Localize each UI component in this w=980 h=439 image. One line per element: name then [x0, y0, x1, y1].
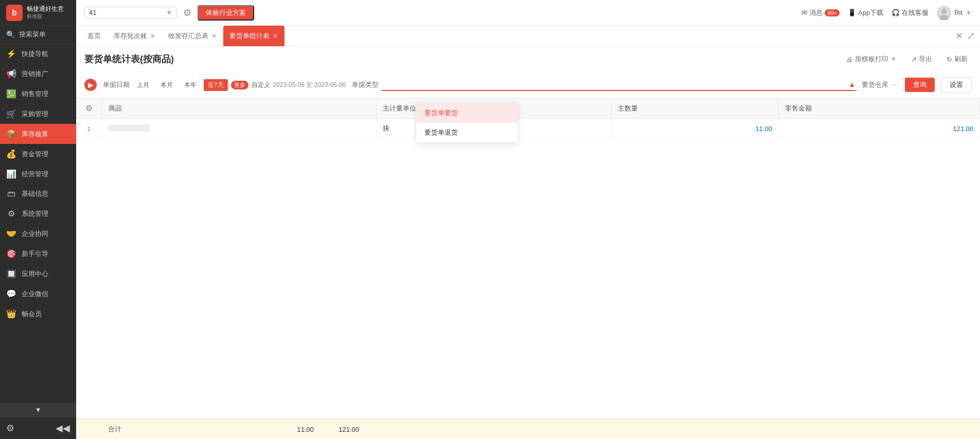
sidebar-item-purchase[interactable]: 🛒 采购管理: [0, 104, 76, 124]
search-icon: 🔍: [6, 30, 15, 39]
nav-label-marketing: 营销推广: [22, 69, 70, 79]
settings-icon[interactable]: ⚙: [6, 423, 14, 434]
export-icon: ↗: [911, 56, 917, 63]
sidebar-item-system[interactable]: ⚙ 系统管理: [0, 204, 76, 224]
close-window-icon[interactable]: ✕: [955, 30, 963, 42]
promo-button[interactable]: 体验行业方案: [198, 5, 254, 21]
tab-inventory-batch[interactable]: 库存批次账 ✕: [108, 26, 162, 46]
sales-icon: 💹: [6, 89, 16, 99]
table-container: ⚙ 商品 主计量单位 主数量 零售金额 1 块 11.00 121.00: [76, 98, 980, 419]
messages-count: 99+: [825, 9, 840, 16]
tabs-bar: 首页 库存批次账 ✕ 收发存汇总表 ✕ 要货单统计表 ✕ ✕ ⤢: [76, 26, 980, 46]
sidebar-item-appstore[interactable]: 🔲 应用中心: [0, 264, 76, 284]
quick-nav-icon: ⚡: [6, 49, 16, 59]
cooperation-icon: 🤝: [6, 229, 16, 239]
appstore-icon: 🔲: [6, 269, 16, 279]
tab-home[interactable]: 首页: [81, 26, 108, 46]
dropdown-option-order-return[interactable]: 要货单退货: [416, 123, 518, 142]
sidebar-item-finance[interactable]: 💰 资金管理: [0, 144, 76, 164]
more-dates-button[interactable]: 更多: [231, 81, 248, 89]
service-icon: 🎧: [892, 9, 900, 16]
sidebar-item-basic[interactable]: 🗃 基础信息: [0, 184, 76, 204]
cell-quantity: 11.00: [611, 119, 778, 139]
tab-receipt-summary[interactable]: 收发存汇总表 ✕: [162, 26, 223, 46]
tab-order-stats[interactable]: 要货单统计表 ✕: [223, 26, 284, 46]
sidebar: b 畅捷通好生意 标准版 🔍 搜索菜单 ⚡ 快捷导航 📢 营销推广 💹 销售管理…: [0, 0, 76, 439]
col-settings[interactable]: ⚙: [76, 98, 102, 119]
inventory-icon: 📦: [6, 129, 16, 139]
main-area: 41 ▼ ⚙ 体验行业方案 ✉ 消息 99+ 📱 App下载 🎧 在线客服: [76, 0, 980, 439]
date-last-7-days[interactable]: 近7天: [204, 79, 228, 91]
user-name: Rit: [954, 9, 963, 16]
sidebar-item-member[interactable]: 👑 畅会员: [0, 304, 76, 324]
filter-settings-button[interactable]: 设置: [941, 77, 972, 93]
tab-inventory-batch-close[interactable]: ✕: [150, 32, 155, 40]
warehouse-more-icon[interactable]: ⋯: [892, 81, 899, 89]
nav-label-inventory: 库存核算: [22, 130, 70, 139]
nav-label-cooperation: 企业协同: [22, 229, 70, 239]
page-actions: 🖨 按模板打印 ▼ ↗ 导出 ↻ 刷新: [842, 52, 972, 72]
nav-label-guide: 新手引导: [22, 249, 70, 259]
system-icon: ⚙: [6, 209, 16, 218]
sidebar-scroll-down[interactable]: ▼: [0, 403, 76, 417]
data-table: ⚙ 商品 主计量单位 主数量 零售金额 1 块 11.00 121.00: [76, 98, 980, 139]
footer-quantity: 11.00: [283, 426, 324, 433]
app-name: 畅捷通好生意: [27, 5, 64, 13]
messages-button[interactable]: ✉ 消息 99+: [801, 8, 840, 17]
query-button[interactable]: 查询: [905, 78, 935, 92]
col-product: 商品: [102, 98, 376, 119]
type-dropdown-arrow[interactable]: ▲: [848, 80, 856, 88]
custom-date-button[interactable]: 自定义: [252, 81, 270, 89]
nav-label-operations: 经营管理: [22, 170, 70, 179]
type-filter-input[interactable]: [382, 79, 846, 90]
nav-label-quick-nav: 快捷导航: [22, 49, 70, 59]
footer-amount: 121.00: [324, 426, 365, 433]
header-right: ✉ 消息 99+ 📱 App下载 🎧 在线客服: [801, 6, 972, 20]
sidebar-item-wechat[interactable]: 💬 企业微信: [0, 284, 76, 304]
search-menu[interactable]: 🔍 搜索菜单: [0, 26, 76, 44]
export-button[interactable]: ↗ 导出: [907, 52, 936, 66]
header-left: 41 ▼ ⚙ 体验行业方案: [84, 5, 254, 21]
col-settings-icon[interactable]: ⚙: [85, 104, 93, 113]
nav-label-purchase: 采购管理: [22, 109, 70, 119]
tab-order-stats-close[interactable]: ✕: [273, 32, 278, 40]
type-dropdown: 要货单要货 要货单退货: [416, 103, 519, 143]
tab-receipt-summary-close[interactable]: ✕: [211, 32, 217, 40]
search-label: 搜索菜单: [19, 30, 46, 39]
sidebar-item-quick-nav[interactable]: ⚡ 快捷导航: [0, 44, 76, 64]
download-icon: 📱: [848, 9, 856, 16]
date-this-year[interactable]: 本年: [180, 79, 201, 91]
settings-gear-icon[interactable]: ⚙: [183, 7, 191, 19]
date-this-month[interactable]: 本月: [156, 79, 177, 91]
collapse-icon[interactable]: ◀◀: [56, 423, 70, 434]
svg-point-1: [941, 9, 947, 14]
user-area[interactable]: Rit ▼: [937, 6, 972, 20]
sidebar-item-inventory[interactable]: 📦 库存核算: [0, 124, 76, 144]
filter-bar: ▶ 单据日期 上月 本月 本年 近7天 更多 自定义 2023-05-06 至 …: [76, 72, 980, 98]
date-last-month[interactable]: 上月: [133, 79, 153, 91]
filter-expand-button[interactable]: ▶: [84, 79, 97, 91]
expand-icon[interactable]: ⤢: [967, 30, 975, 42]
sidebar-bottom: ⚙ ◀◀: [0, 417, 76, 439]
breadcrumb-input[interactable]: 41 ▼: [84, 7, 177, 19]
message-icon: ✉: [801, 9, 807, 16]
date-filter-group: 单据日期 上月 本月 本年 近7天 更多 自定义 2023-05-06 至 20…: [103, 79, 346, 91]
online-service-button[interactable]: 🎧 在线客服: [892, 8, 929, 17]
sidebar-item-sales[interactable]: 💹 销售管理: [0, 84, 76, 104]
app-sub: 标准版: [27, 13, 64, 20]
print-template-button[interactable]: 🖨 按模板打印 ▼: [842, 52, 901, 66]
breadcrumb-value: 41: [89, 9, 96, 16]
online-service-label: 在线客服: [902, 8, 929, 17]
breadcrumb-arrow: ▼: [166, 9, 172, 16]
operations-icon: 📊: [6, 169, 16, 179]
app-download-button[interactable]: 📱 App下载: [848, 8, 883, 17]
sidebar-item-guide[interactable]: 🎯 新手引导: [0, 244, 76, 264]
warehouse-filter-label: 要货仓库: [862, 80, 888, 89]
refresh-button[interactable]: ↻ 刷新: [942, 52, 972, 66]
sidebar-item-operations[interactable]: 📊 经营管理: [0, 164, 76, 184]
page-content: 要货单统计表(按商品) 🖨 按模板打印 ▼ ↗ 导出 ↻ 刷新 ▶: [76, 46, 980, 439]
sidebar-item-cooperation[interactable]: 🤝 企业协同: [0, 224, 76, 244]
sidebar-item-marketing[interactable]: 📢 营销推广: [0, 64, 76, 84]
col-quantity: 主数量: [611, 98, 778, 119]
dropdown-option-order-goods[interactable]: 要货单要货: [416, 103, 518, 123]
